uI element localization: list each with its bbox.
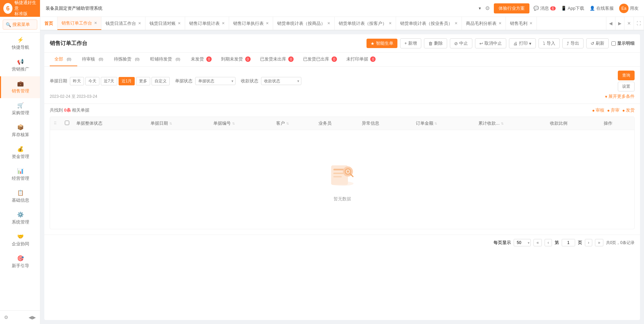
user-menu[interactable]: Ea 用友: [619, 4, 639, 13]
print-button[interactable]: 🖨 打印 ▾: [509, 38, 536, 48]
sidebar-item-marketing[interactable]: 📢 营销推广: [0, 54, 40, 76]
th-customer[interactable]: 客户 ⇅: [273, 117, 316, 130]
tab-sales-sum-customer[interactable]: 销货单统计表（按客户） ✕: [335, 17, 396, 30]
sidebar-item-operations[interactable]: 📊 经营管理: [0, 164, 40, 186]
online-service-btn[interactable]: 👤 在线客服: [590, 5, 614, 11]
prev-page-btn[interactable]: ‹: [545, 239, 552, 246]
sidebar-item-quick-nav[interactable]: ⚡ 快捷导航: [0, 33, 40, 54]
tab-close-sales-order-workbench[interactable]: ✕: [94, 21, 97, 25]
tab-close-sales-sum-product[interactable]: ✕: [327, 21, 330, 26]
payment-select[interactable]: 收款状态: [261, 77, 301, 85]
tab-fullscreen-btn[interactable]: ⛶: [634, 17, 644, 30]
sidebar-settings-btn[interactable]: ⚙: [3, 313, 10, 321]
tab-close-sales-profit[interactable]: ✕: [529, 21, 532, 26]
message-btn[interactable]: 💬 消息 6: [533, 5, 556, 11]
last-page-btn[interactable]: »: [595, 239, 603, 246]
refresh-button[interactable]: ↺ 刷新: [586, 38, 609, 48]
th-number[interactable]: 单据编号 ⇅: [211, 117, 273, 130]
tab-sales-stat[interactable]: 销售订单统计表 ✕: [185, 17, 229, 30]
table-action-links: ● 审核 ● 弃审 ● 发货: [592, 107, 635, 113]
date-btn-1month[interactable]: 近1月: [119, 77, 135, 85]
subtab-shipped-not-out[interactable]: 已发货未出库 0: [255, 53, 299, 66]
th-amount[interactable]: 订单金额 ⇅: [413, 117, 476, 130]
tab-prev-btn[interactable]: ◀: [606, 17, 615, 30]
expand-filter-btn[interactable]: ▾ 展开更多条件: [605, 93, 635, 99]
topbar-settings-icon[interactable]: ⚙: [485, 5, 490, 11]
tab-next-btn[interactable]: ▶: [615, 17, 625, 30]
subtab-not-shipped[interactable]: 未发货 0: [186, 53, 216, 66]
th-date[interactable]: 单据日期 ⇅: [148, 117, 211, 130]
cancel-stop-button[interactable]: ↩ 取消中止: [475, 38, 506, 48]
review-link[interactable]: ● 审核: [592, 107, 604, 113]
tab-close-cash-account[interactable]: ✕: [178, 21, 181, 26]
sidebar-item-sales[interactable]: 💼 销售管理: [0, 76, 40, 98]
date-btn-today[interactable]: 今天: [85, 77, 99, 85]
tab-close-sales-stat[interactable]: ✕: [222, 21, 225, 26]
marketing-icon: 📢: [17, 58, 24, 65]
status-select[interactable]: 单据状态: [195, 77, 235, 85]
date-btn-more[interactable]: 更多: [136, 77, 150, 85]
sidebar-item-basic-info[interactable]: 📋 基础信息: [0, 186, 40, 207]
tab-close-sales-exec[interactable]: ✕: [266, 21, 269, 26]
cancel-review-link[interactable]: ● 弃审: [607, 107, 619, 113]
stop-button[interactable]: ⊘ 中止: [450, 38, 472, 48]
tab-close-sales-sum-customer[interactable]: ✕: [389, 21, 392, 26]
sidebar-item-purchase[interactable]: 🛒 采购管理: [0, 98, 40, 120]
show-detail-checkbox-label[interactable]: 显示明细: [611, 40, 635, 46]
sidebar-item-guide[interactable]: 🎯 新手引导: [0, 251, 40, 273]
page-size-select[interactable]: 50 10 20 100: [514, 239, 531, 246]
subtab-overdue-not-shipped[interactable]: 到期未发货 0: [216, 53, 255, 66]
tab-close-sales-sum-staff[interactable]: ✕: [455, 21, 458, 26]
subtab-shipped-out[interactable]: 已发货已出库 0: [298, 53, 342, 66]
subtab-all[interactable]: 全部 (0): [50, 53, 77, 66]
subtab-pending-review[interactable]: 待审核 (0): [77, 53, 109, 66]
refresh-icon: ↺: [591, 41, 594, 46]
print-icon: 🖨: [513, 41, 518, 46]
sidebar-collapse-btn[interactable]: ◀▶: [27, 313, 37, 321]
sidebar-item-inventory[interactable]: 📦 库存核算: [0, 120, 40, 142]
tab-sales-sum-staff[interactable]: 销货单统计表（按业务员） ✕: [396, 17, 462, 30]
subtab-not-printed[interactable]: 未打印单据 0: [342, 53, 381, 66]
filter-settings-button[interactable]: 设置: [618, 82, 635, 91]
date-btn-custom[interactable]: 自定义: [152, 77, 170, 85]
subtab-wangpu-pending[interactable]: 旺铺待发货 (0): [145, 53, 186, 66]
trial-button[interactable]: 体验行业方案: [494, 3, 529, 13]
tab-cash-account[interactable]: 钱货日清对账 ✕: [145, 17, 185, 30]
tab-close-all-btn[interactable]: ✕: [625, 17, 634, 30]
tab-close-cash-daily[interactable]: ✕: [138, 21, 141, 26]
app-download-btn[interactable]: 📱 App下载: [561, 5, 584, 11]
next-page-btn[interactable]: ›: [585, 239, 592, 246]
date-btn-7days[interactable]: 近7天: [101, 77, 117, 85]
show-detail-checkbox[interactable]: [611, 41, 616, 46]
add-button[interactable]: + 新增: [400, 38, 421, 48]
sidebar-logo: 6 畅捷通好生意 标准版: [0, 0, 40, 17]
status-select-wrap: 单据状态: [195, 77, 235, 85]
search-menu-button[interactable]: 🔍 搜索菜单: [3, 19, 37, 30]
ship-link[interactable]: ● 发货: [622, 107, 635, 113]
subtab-pending-inspection[interactable]: 待拣验货 (0): [109, 53, 145, 66]
sidebar-item-enterprise[interactable]: 🤝 企业协同: [0, 229, 40, 251]
tab-cash-daily[interactable]: 钱货日清工作台 ✕: [101, 17, 145, 30]
tab-sales-exec[interactable]: 销售订单执行表 ✕: [229, 17, 273, 30]
import-button[interactable]: ⤵ 导入: [539, 38, 560, 48]
tab-sales-order-workbench[interactable]: 销售订单工作台 ✕: [57, 17, 101, 30]
tab-home[interactable]: 首页: [40, 17, 57, 30]
select-all-checkbox[interactable]: [65, 121, 69, 125]
tab-sales-sum-product[interactable]: 销货单统计表（按商品） ✕: [273, 17, 335, 30]
tab-gross-profit[interactable]: 商品毛利分析表 ✕: [462, 17, 506, 30]
query-button[interactable]: 查询: [618, 71, 635, 80]
date-btn-yesterday[interactable]: 昨天: [70, 77, 84, 85]
delete-icon: 🗑: [428, 41, 433, 46]
tab-sales-profit[interactable]: 销售毛利 ✕: [506, 17, 537, 30]
data-table-wrap: ⠿ 单据整体状态 单据日期 ⇅: [50, 117, 635, 229]
sidebar-item-system[interactable]: ⚙️ 系统管理: [0, 207, 40, 229]
sidebar-item-finance[interactable]: 💰 资金管理: [0, 142, 40, 164]
delete-button[interactable]: 🗑 删除: [424, 38, 447, 48]
export-button[interactable]: ⤴ 导出: [562, 38, 584, 48]
system-dropdown[interactable]: ▾: [479, 6, 481, 11]
first-page-btn[interactable]: «: [533, 239, 542, 246]
page-number-input[interactable]: [562, 239, 575, 246]
smart-order-button[interactable]: ★ 智能生单: [367, 39, 397, 48]
th-collected[interactable]: 累计收款... ⇅: [476, 117, 547, 130]
tab-close-gross-profit[interactable]: ✕: [499, 21, 502, 26]
